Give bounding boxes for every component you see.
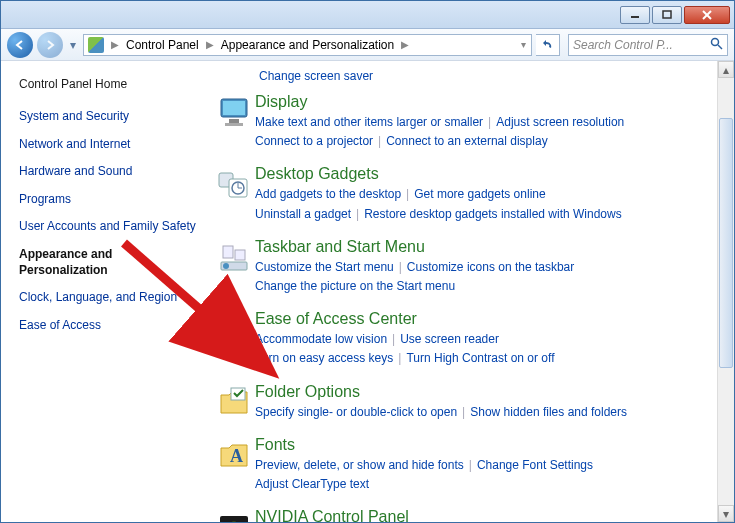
link-restore-gadgets[interactable]: Restore desktop gadgets installed with W…	[364, 207, 621, 221]
link-preview-fonts[interactable]: Preview, delete, or show and hide fonts	[255, 458, 464, 472]
control-panel-home-link[interactable]: Control Panel Home	[19, 77, 203, 91]
address-bar[interactable]: ▶ Control Panel ▶ Appearance and Persona…	[83, 34, 532, 56]
sidebar-item-appearance[interactable]: Appearance and Personalization	[19, 247, 203, 278]
link-font-settings[interactable]: Change Font Settings	[477, 458, 593, 472]
svg-rect-9	[225, 123, 243, 126]
link-click-to-open[interactable]: Specify single- or double-click to open	[255, 405, 457, 419]
svg-point-21	[232, 320, 237, 325]
svg-rect-24	[220, 516, 248, 522]
vertical-scrollbar[interactable]: ▴ ▾	[717, 61, 734, 522]
ease-of-access-icon	[213, 310, 255, 368]
chevron-right-icon[interactable]: ▶	[205, 39, 215, 50]
sidebar-item-user-accounts[interactable]: User Accounts and Family Safety	[19, 219, 203, 235]
title-folder-options[interactable]: Folder Options	[255, 383, 716, 401]
link-customize-start[interactable]: Customize the Start menu	[255, 260, 394, 274]
category-fonts: A Fonts Preview, delete, or show and hid…	[213, 436, 716, 494]
back-button[interactable]	[7, 32, 33, 58]
content-pane: Change screen saver Display Make text an…	[209, 61, 734, 522]
control-panel-icon	[88, 37, 104, 53]
svg-rect-18	[235, 250, 245, 260]
svg-point-4	[712, 38, 719, 45]
title-display[interactable]: Display	[255, 93, 716, 111]
link-resize-text[interactable]: Make text and other items larger or smal…	[255, 115, 483, 129]
title-taskbar[interactable]: Taskbar and Start Menu	[255, 238, 716, 256]
title-gadgets[interactable]: Desktop Gadgets	[255, 165, 716, 183]
sidebar-item-programs[interactable]: Programs	[19, 192, 203, 208]
sidebar-item-network-internet[interactable]: Network and Internet	[19, 137, 203, 153]
history-dropdown[interactable]: ▾	[67, 38, 79, 52]
scroll-up-button[interactable]: ▴	[718, 61, 734, 78]
sidebar-item-clock-language[interactable]: Clock, Language, and Region	[19, 290, 203, 306]
display-icon	[213, 93, 255, 151]
search-icon	[710, 37, 723, 53]
sidebar-item-system-security[interactable]: System and Security	[19, 109, 203, 125]
svg-rect-17	[223, 246, 233, 258]
link-uninstall-gadget[interactable]: Uninstall a gadget	[255, 207, 351, 221]
link-customize-icons[interactable]: Customize icons on the taskbar	[407, 260, 574, 274]
link-add-gadget[interactable]: Add gadgets to the desktop	[255, 187, 401, 201]
category-display: Display Make text and other items larger…	[213, 93, 716, 151]
control-panel-window: ▾ ▶ Control Panel ▶ Appearance and Perso…	[0, 0, 735, 523]
svg-rect-1	[663, 11, 671, 18]
close-button[interactable]	[684, 6, 730, 24]
taskbar-icon	[213, 238, 255, 296]
link-low-vision[interactable]: Accommodate low vision	[255, 332, 387, 346]
nvidia-icon	[213, 508, 255, 522]
scroll-track[interactable]	[718, 78, 734, 505]
fonts-icon: A	[213, 436, 255, 494]
svg-rect-8	[229, 119, 239, 123]
svg-point-16	[223, 263, 229, 269]
sidebar: Control Panel Home System and Security N…	[1, 61, 209, 522]
category-ease-of-access: Ease of Access Center Accommodate low vi…	[213, 310, 716, 368]
sidebar-item-hardware-sound[interactable]: Hardware and Sound	[19, 164, 203, 180]
link-hidden-files[interactable]: Show hidden files and folders	[470, 405, 627, 419]
breadcrumb-control-panel[interactable]: Control Panel	[122, 35, 203, 55]
link-easy-access-keys[interactable]: Turn on easy access keys	[255, 351, 393, 365]
link-more-gadgets[interactable]: Get more gadgets online	[414, 187, 545, 201]
title-nvidia[interactable]: NVIDIA Control Panel	[255, 508, 716, 522]
svg-line-5	[718, 45, 722, 49]
chevron-right-icon[interactable]: ▶	[400, 39, 410, 50]
link-high-contrast[interactable]: Turn High Contrast on or off	[406, 351, 554, 365]
search-placeholder: Search Control P...	[573, 38, 673, 52]
minimize-button[interactable]	[620, 6, 650, 24]
link-adjust-resolution[interactable]: Adjust screen resolution	[496, 115, 624, 129]
body: Control Panel Home System and Security N…	[1, 61, 734, 522]
search-input[interactable]: Search Control P...	[568, 34, 728, 56]
category-nvidia: NVIDIA Control Panel	[213, 508, 716, 522]
address-dropdown[interactable]: ▾	[520, 39, 527, 50]
scroll-thumb[interactable]	[719, 118, 733, 368]
navbar: ▾ ▶ Control Panel ▶ Appearance and Perso…	[1, 29, 734, 61]
link-connect-external[interactable]: Connect to an external display	[386, 134, 547, 148]
scroll-down-button[interactable]: ▾	[718, 505, 734, 522]
titlebar	[1, 1, 734, 29]
link-connect-projector[interactable]: Connect to a projector	[255, 134, 373, 148]
gadgets-icon	[213, 165, 255, 223]
link-change-start-pic[interactable]: Change the picture on the Start menu	[255, 279, 455, 293]
forward-button[interactable]	[37, 32, 63, 58]
breadcrumb-appearance[interactable]: Appearance and Personalization	[217, 35, 398, 55]
category-taskbar: Taskbar and Start Menu Customize the Sta…	[213, 238, 716, 296]
category-folder-options: Folder Options Specify single- or double…	[213, 383, 716, 422]
link-change-screen-saver[interactable]: Change screen saver	[259, 69, 373, 83]
maximize-button[interactable]	[652, 6, 682, 24]
title-ease-of-access[interactable]: Ease of Access Center	[255, 310, 716, 328]
category-gadgets: Desktop Gadgets Add gadgets to the deskt…	[213, 165, 716, 223]
sidebar-item-ease-of-access[interactable]: Ease of Access	[19, 318, 203, 334]
link-cleartype[interactable]: Adjust ClearType text	[255, 477, 369, 491]
svg-rect-7	[223, 101, 245, 115]
title-fonts[interactable]: Fonts	[255, 436, 716, 454]
chevron-right-icon[interactable]: ▶	[110, 39, 120, 50]
folder-options-icon	[213, 383, 255, 422]
refresh-button[interactable]	[536, 34, 560, 56]
link-screen-reader[interactable]: Use screen reader	[400, 332, 499, 346]
svg-text:A: A	[230, 446, 243, 466]
